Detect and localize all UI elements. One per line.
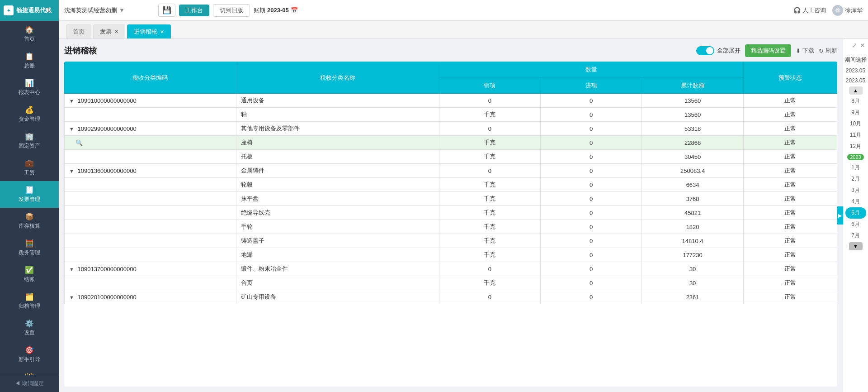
panel-close-button[interactable]: ✕: [860, 42, 865, 49]
cell-purchase: 0: [541, 164, 642, 178]
tab-purchase-sales-check[interactable]: 进销稽核 ✕: [127, 24, 171, 38]
general-ledger-icon: 📋: [25, 52, 34, 61]
cell-tax-name: 手轮: [236, 220, 439, 234]
service-button[interactable]: 🎧 人工咨询: [793, 6, 826, 14]
panel-expand-button[interactable]: ⤢: [852, 42, 857, 49]
table-row: 抹平盘 千克 0 3768 正常: [65, 192, 837, 206]
period-item[interactable]: 2023.05: [845, 66, 866, 76]
sidebar-item-salary[interactable]: 💼 工资: [0, 154, 59, 181]
cell-status: 正常: [743, 262, 837, 276]
period-item[interactable]: 6月: [845, 219, 866, 230]
cell-status: 正常: [743, 136, 837, 150]
period-item[interactable]: 12月: [845, 141, 866, 152]
sidebar-nav: 🏠 首页 📋 总账 📊 报表中心 💰 资金管理 🏢 固定资产 💼 工资 🧾 发票…: [0, 21, 59, 375]
cell-status: 正常: [743, 220, 837, 234]
sidebar-unpin-button[interactable]: ◀ 取消固定: [0, 375, 59, 392]
sidebar-item-settings[interactable]: ⚙️ 设置: [0, 315, 59, 341]
period-item[interactable]: 10月: [845, 118, 866, 129]
cell-unit: 千克: [439, 136, 540, 150]
expand-icon[interactable]: ▼: [69, 126, 74, 132]
tab-invoice[interactable]: 发票 ✕: [93, 24, 125, 38]
sidebar-item-invoice-management[interactable]: 🧾 发票管理: [0, 181, 59, 208]
cell-status: 正常: [743, 248, 837, 262]
period-item[interactable]: 3月: [845, 185, 866, 196]
period-item[interactable]: 11月: [845, 129, 866, 141]
sidebar-item-label: 总账: [24, 62, 35, 70]
period-scroll-up-button[interactable]: ▲: [849, 86, 863, 95]
tab-purchase-sales-check-close[interactable]: ✕: [160, 29, 164, 35]
period-value: 2023-05: [267, 7, 289, 14]
cell-unit: 千克: [439, 276, 540, 290]
expand-toggle[interactable]: [696, 46, 714, 55]
company-selector[interactable]: 沈海英测试经营勿删 ▼: [64, 6, 155, 14]
period-item[interactable]: 1月: [845, 162, 866, 173]
period-item-active[interactable]: 5月: [845, 207, 866, 219]
sidebar-item-label: 结账: [24, 276, 35, 283]
period-scroll-down-button[interactable]: ▼: [849, 242, 863, 250]
period-item[interactable]: 8月: [845, 96, 866, 107]
period-item[interactable]: 2月: [845, 173, 866, 185]
switch-old-version-button[interactable]: 切到旧版: [213, 4, 250, 17]
cell-status: 正常: [743, 122, 837, 136]
sidebar-item-inventory[interactable]: 📦 库存核算: [0, 208, 59, 234]
download-button[interactable]: ⬇ 下载: [796, 47, 814, 55]
cell-status: 正常: [743, 150, 837, 164]
tab-invoice-close[interactable]: ✕: [114, 29, 118, 35]
content-area: 进销稽核 全部展开 商品编码设置 ⬇ 下载 ↻ 刷新: [59, 39, 868, 392]
cell-tax-code: [65, 178, 236, 192]
period-panel-label: 期间选择: [845, 54, 867, 66]
cell-unit: 千克: [439, 220, 540, 234]
sidebar-item-report-center[interactable]: 📊 报表中心: [0, 74, 59, 101]
fund-icon: 💰: [25, 105, 34, 114]
workbench-button[interactable]: 工作台: [179, 5, 209, 16]
expand-icon[interactable]: ▼: [69, 295, 74, 300]
table-row: ▼ 109029900000000000 其他专用设备及零部件 0 0 5331…: [65, 122, 837, 136]
cell-sales: 0: [541, 248, 642, 262]
refresh-button[interactable]: ↻ 刷新: [819, 47, 837, 55]
period-year-badge: 2023: [845, 152, 866, 162]
tab-home[interactable]: 首页: [66, 24, 91, 38]
panel-toggle-button[interactable]: ▶: [837, 206, 843, 225]
period-item[interactable]: 7月: [845, 230, 866, 241]
sidebar-item-fund-management[interactable]: 💰 资金管理: [0, 101, 59, 128]
sidebar-item-general-ledger[interactable]: 📋 总账: [0, 48, 59, 74]
expand-icon[interactable]: ▼: [69, 98, 74, 104]
product-code-settings-button[interactable]: 商品编码设置: [745, 44, 791, 57]
logo-text: 畅捷通易代账: [16, 6, 52, 14]
sidebar-item-label: 库存核算: [19, 222, 40, 230]
sidebar-item-tax-management[interactable]: 🧮 税务管理: [0, 234, 59, 261]
invoice-icon: 🧾: [25, 186, 34, 194]
period-item[interactable]: 4月: [845, 196, 866, 207]
sidebar-item-archive[interactable]: 🗂️ 归档管理: [0, 288, 59, 315]
user-menu[interactable]: 徐 徐泽华: [832, 5, 863, 16]
sidebar-item-member[interactable]: 👑 畅会员: [0, 368, 59, 375]
period-item[interactable]: 2023.05: [845, 76, 866, 86]
cell-tax-code: [65, 206, 236, 220]
content-main: 进销稽核 全部展开 商品编码设置 ⬇ 下载 ↻ 刷新: [59, 39, 843, 392]
cell-unit: 千克: [439, 206, 540, 220]
save-draft-button[interactable]: 💾: [158, 4, 175, 17]
calendar-icon[interactable]: 📅: [291, 7, 298, 14]
sidebar-item-guide[interactable]: 🎯 新手引导: [0, 341, 59, 368]
main-area: 沈海英测试经营勿删 ▼ 💾 工作台 切到旧版 账期 2023-05 📅 🎧 人工…: [59, 0, 868, 392]
search-icon[interactable]: 🔍: [75, 139, 83, 146]
table-row: 铸造盖子 千克 0 14810.4 正常: [65, 234, 837, 248]
sidebar-item-home[interactable]: 🏠 首页: [0, 21, 59, 48]
cell-status: 正常: [743, 206, 837, 220]
cell-total: 22868: [642, 136, 743, 150]
tabbar: 首页 发票 ✕ 进销稽核 ✕: [59, 21, 868, 39]
sidebar-item-closing[interactable]: ✅ 结账: [0, 261, 59, 288]
avatar: 徐: [832, 5, 843, 16]
expand-icon[interactable]: ▼: [69, 168, 74, 174]
tab-home-label: 首页: [73, 28, 85, 36]
sidebar-item-fixed-assets[interactable]: 🏢 固定资产: [0, 128, 59, 154]
table-row: ▼ 109013700000000000 锻件、粉末冶金件 0 0 30 正常: [65, 262, 837, 276]
col-purchase: 进项: [541, 78, 642, 94]
cell-purchase: 0: [541, 94, 642, 108]
table-row: 托板 千克 0 30450 正常: [65, 150, 837, 164]
page-header: 进销稽核 全部展开 商品编码设置 ⬇ 下载 ↻ 刷新: [64, 44, 837, 57]
expand-icon[interactable]: ▼: [69, 267, 74, 272]
cell-tax-name: 绝缘导线壳: [236, 206, 439, 220]
period-item[interactable]: 9月: [845, 107, 866, 118]
cell-total: 30: [642, 262, 743, 276]
